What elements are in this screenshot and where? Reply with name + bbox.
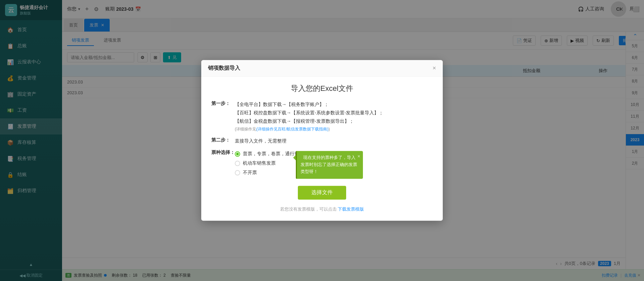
footer-text: 若您没有发票模版，可以点击 — [280, 207, 337, 212]
modal-close-button[interactable]: × — [432, 65, 436, 72]
modal-body: 导入您的Excel文件 第一步： 【全电平台】数据下载→【税务数字账户】； 【百… — [201, 77, 443, 221]
radio-no-invoice-circle[interactable] — [235, 170, 240, 176]
step1-line1: 【全电平台】数据下载→【税务数字账户】； — [235, 100, 383, 109]
modal-main-title: 导入您的Excel文件 — [211, 83, 433, 94]
radio-normal-circle[interactable] — [235, 152, 240, 157]
radio-motor-label: 机动车销售发票 — [243, 161, 276, 167]
radio-normal[interactable]: 普票，专票，卷票，通行费发票，农产品销售发票 × 现在支持的票种多了，导入发票时… — [235, 151, 346, 157]
radio-label: 票种选择： — [211, 150, 235, 179]
tooltip-text: 现在支持的票种多了，导入发票时别忘了选择正确的发票类型呀！ — [301, 155, 357, 174]
radio-no-invoice-label: 不开票 — [243, 170, 257, 176]
step2-content: 直接导入文件，无需整理 — [235, 137, 286, 145]
radio-group: 普票，专票，卷票，通行费发票，农产品销售发票 × 现在支持的票种多了，导入发票时… — [235, 151, 346, 179]
step1-line2: 【百旺】税控盘数据下载→【系统设置-系统参数设置-发票批量导入】； — [235, 109, 383, 117]
radio-section: 票种选择： 普票，专票，卷票，通行费发票，农产品销售发票 × 现在支持的票种多了… — [211, 150, 433, 179]
tooltip-bar — [296, 151, 297, 179]
radio-motor-circle[interactable] — [235, 161, 240, 166]
select-file-button[interactable]: 选择文件 — [298, 186, 346, 200]
step1-row: 第一步： 【全电平台】数据下载→【税务数字账户】； 【百旺】税控盘数据下载→【系… — [211, 100, 433, 133]
modal-footer: 若您没有发票模版，可以点击 下载发票模版 — [211, 207, 433, 213]
step2-label: 第二步： — [211, 137, 235, 145]
modal-header: 销项数据导入 × — [201, 60, 443, 77]
tooltip-balloon: × 现在支持的票种多了，导入发票时别忘了选择正确的发票类型呀！ — [296, 151, 363, 179]
step2-row: 第二步： 直接导入文件，无需整理 — [211, 137, 433, 145]
download-template-link[interactable]: 下载发票模版 — [338, 207, 364, 212]
step1-label: 第一步： — [211, 100, 235, 133]
step1-line3: 【航信】金税盘数据下载→【报税管理-发票数据导出】； — [235, 117, 383, 126]
import-modal: 销项数据导入 × 导入您的Excel文件 第一步： 【全电平台】数据下载→【税务… — [201, 60, 443, 221]
guide-link[interactable]: (详细操作见百旺/航信发票数据下载指南) — [256, 127, 328, 131]
modal-title: 销项数据导入 — [208, 65, 240, 72]
step1-link: (详细操作见(详细操作见百旺/航信发票数据下载指南)) — [235, 126, 383, 133]
step1-content: 【全电平台】数据下载→【税务数字账户】； 【百旺】税控盘数据下载→【系统设置-系… — [235, 100, 383, 133]
tooltip-close-button[interactable]: × — [358, 153, 360, 160]
